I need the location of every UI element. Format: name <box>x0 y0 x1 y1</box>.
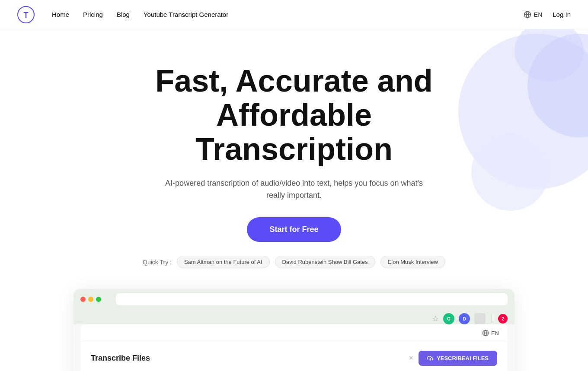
nav-youtube-transcript[interactable]: Youtube Transcript Generator <box>144 11 228 18</box>
browser-icons-bar: ☆ G D 2 <box>74 310 514 324</box>
upload-btn-label: YESCRIBEAI FILES <box>437 355 489 361</box>
lang-label: EN <box>534 11 542 18</box>
app-topbar: EN <box>80 324 508 342</box>
navbar: T Home Pricing Blog Youtube Transcript G… <box>0 0 588 29</box>
start-free-button[interactable]: Start for Free <box>247 217 341 242</box>
quick-try: Quick Try : Sam Altman on the Future of … <box>9 256 579 268</box>
transcribe-title: Transcribe Files <box>91 354 150 363</box>
app-lang-label: EN <box>491 330 499 336</box>
chatgpt-icon: G <box>443 313 454 324</box>
language-button[interactable]: EN <box>524 11 542 19</box>
notification-badge: 2 <box>498 314 508 323</box>
hero-subtitle: AI-powered transcription of audio/video … <box>164 177 424 202</box>
nav-links: Home Pricing Blog Youtube Transcript Gen… <box>52 11 524 18</box>
app-inner: EN Transcribe Files × <box>80 324 508 371</box>
quick-try-label: Quick Try : <box>143 259 172 266</box>
transcribe-header: Transcribe Files × YESCRIBEAI FILES <box>91 351 497 366</box>
quick-tag-1[interactable]: David Rubenstein Show Bill Gates <box>275 256 375 268</box>
transcribe-area: Transcribe Files × YESCRIBEAI FILES <box>80 342 508 371</box>
nav-home[interactable]: Home <box>52 11 69 18</box>
login-button[interactable]: Log In <box>553 11 571 18</box>
hero-title: Fast, Accurate and Affordable Transcript… <box>117 64 471 167</box>
nav-right: EN Log In <box>524 11 571 19</box>
hero-content: Fast, Accurate and Affordable Transcript… <box>9 64 579 371</box>
nav-blog[interactable]: Blog <box>117 11 130 18</box>
discord-icon: D <box>459 313 470 324</box>
nav-pricing[interactable]: Pricing <box>83 11 103 18</box>
browser-url-bar <box>116 293 508 305</box>
quick-tag-0[interactable]: Sam Altman on the Future of AI <box>177 256 270 268</box>
close-button[interactable]: × <box>409 354 414 363</box>
logo[interactable]: T <box>17 6 35 23</box>
star-icon: ☆ <box>432 314 439 323</box>
hero-section: Fast, Accurate and Affordable Transcript… <box>0 29 588 371</box>
browser-bar-top <box>74 289 514 310</box>
quick-tag-2[interactable]: Elon Musk Interview <box>380 256 445 268</box>
upload-button[interactable]: YESCRIBEAI FILES <box>419 351 497 366</box>
extension-icon <box>474 313 486 324</box>
svg-text:T: T <box>24 10 29 19</box>
app-preview: ☆ G D 2 EN <box>74 289 514 371</box>
app-lang: EN <box>482 330 499 336</box>
